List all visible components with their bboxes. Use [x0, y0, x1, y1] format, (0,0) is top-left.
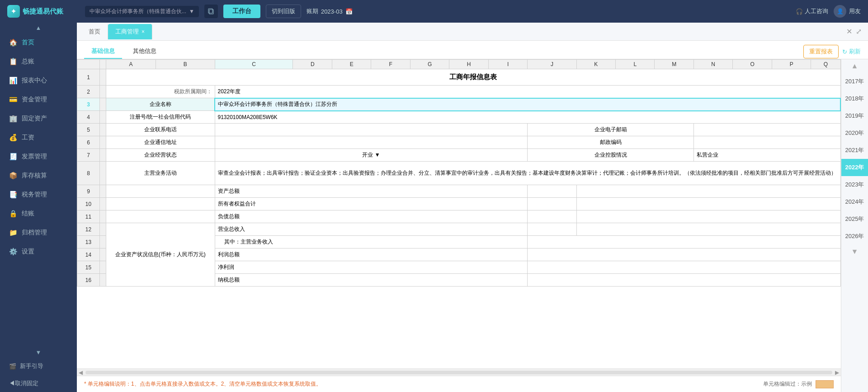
col-header-Q[interactable]: Q	[811, 60, 840, 69]
reg-value-cell[interactable]: 91320100MA208E5W6K	[215, 111, 840, 124]
liabilities-value-cell[interactable]	[528, 210, 576, 223]
old-version-button[interactable]: 切到旧版	[266, 5, 301, 18]
year-item-2024[interactable]: 2024年	[841, 193, 868, 210]
email-value-cell[interactable]	[693, 124, 840, 136]
copy-icon[interactable]	[204, 5, 218, 18]
sidebar-item-inventory[interactable]: 📦 库存核算	[0, 166, 77, 185]
sidebar-item-funds[interactable]: 💳 资金管理	[0, 90, 77, 109]
col-header-F[interactable]: F	[371, 60, 410, 69]
main-revenue-value-cell[interactable]	[528, 236, 840, 249]
scroll-track[interactable]	[85, 371, 832, 374]
sub-tab-basic-info[interactable]: 基础信息	[84, 44, 122, 59]
col-header-H[interactable]: H	[449, 60, 488, 69]
address-value-cell[interactable]	[215, 136, 528, 149]
row-num: 10	[77, 198, 100, 210]
col-header-A[interactable]: A	[106, 60, 156, 69]
phone-value-cell[interactable]	[215, 124, 528, 136]
year-item-2022[interactable]: 2022年	[841, 159, 868, 176]
equity-value-cell[interactable]	[528, 198, 576, 210]
sidebar-item-home[interactable]: 🏠 首页	[0, 33, 77, 52]
col-header-G[interactable]: G	[410, 60, 449, 69]
year-item-2026[interactable]: 2026年	[841, 228, 868, 245]
scroll-left-icon[interactable]: ◀	[79, 369, 83, 376]
col-header-C[interactable]: C	[215, 60, 293, 69]
tab-home[interactable]: 首页	[81, 24, 108, 39]
spreadsheet-container[interactable]: A B C D E F G H I J K L	[77, 59, 841, 368]
year-item-2018[interactable]: 2018年	[841, 90, 868, 107]
sidebar-item-close[interactable]: 🔒 结账	[0, 204, 77, 223]
sidebar-new-guide[interactable]: 🎬 新手引导	[0, 358, 77, 375]
sidebar-label-tax: 税务管理	[22, 191, 47, 199]
sidebar-scroll-down[interactable]: ▼	[0, 347, 77, 358]
row10-ext-cell[interactable]	[576, 198, 840, 210]
refresh-button[interactable]: ↻ 刷新	[842, 48, 861, 56]
year-item-2017[interactable]: 2017年	[841, 73, 868, 90]
tab-business-mgmt[interactable]: 工商管理 ×	[108, 24, 152, 39]
tax-total-value-cell[interactable]	[528, 274, 840, 287]
shareholding-value-cell[interactable]: 私营企业	[693, 149, 840, 162]
row12-ext-cell[interactable]	[576, 223, 840, 236]
sub-tab-other-info[interactable]: 其他信息	[126, 44, 164, 59]
sidebar-item-assets[interactable]: 🏢 固定资产	[0, 109, 77, 128]
close-all-tabs-button[interactable]: ✕	[844, 25, 854, 38]
col-header-D[interactable]: D	[293, 60, 332, 69]
row11-ext-cell[interactable]	[576, 210, 840, 223]
biz-status-value-cell[interactable]: 开业 ▼	[215, 149, 528, 162]
sidebar-label-home: 首页	[22, 38, 34, 47]
col-header-E[interactable]: E	[332, 60, 371, 69]
profit-label-cell: 利润总额	[215, 249, 528, 261]
year-item-2019[interactable]: 2019年	[841, 107, 868, 124]
sidebar-item-reports[interactable]: 📊 报表中心	[0, 71, 77, 90]
year-item-2025[interactable]: 2025年	[841, 210, 868, 228]
total-revenue-value-cell[interactable]	[528, 223, 576, 236]
year-panel-down-button[interactable]: ▼	[849, 245, 861, 258]
postal-value-cell[interactable]	[693, 136, 840, 149]
liabilities-label-cell: 负债总额	[215, 210, 528, 223]
sidebar-item-settings[interactable]: ⚙️ 设置	[0, 242, 77, 261]
year-item-2020[interactable]: 2020年	[841, 124, 868, 142]
year-panel-up-button[interactable]: ▲	[849, 59, 861, 73]
scroll-right-icon[interactable]: ▶	[835, 369, 839, 376]
workbench-button[interactable]: 工作台	[223, 5, 260, 18]
sub-tab-bar: 基础信息 其他信息 重置报表 ↻ 刷新	[77, 41, 868, 59]
sidebar-cancel-fix[interactable]: ◀取消固定	[0, 375, 77, 392]
tab-close-icon[interactable]: ×	[142, 29, 145, 35]
year-item-2021[interactable]: 2021年	[841, 142, 868, 159]
company-name-value-cell[interactable]: 中审众环会计师事务所（特殊普通合伙）江苏分所	[215, 98, 840, 111]
assets-total-value-cell[interactable]	[528, 185, 576, 198]
home-icon: 🏠	[9, 38, 17, 47]
row9-ext-cell[interactable]	[576, 185, 840, 198]
company-selector[interactable]: 中审众环会计师事务所（特殊普通合伙... ▼	[85, 6, 199, 17]
sidebar-scroll-up[interactable]: ▲	[0, 23, 77, 33]
main-biz-value-cell[interactable]: 审查企业会计报表；出具审计报告；验证企业资本；出具验资报告；办理企业合并、分立、…	[215, 162, 840, 185]
profit-value-cell[interactable]	[528, 249, 840, 261]
sidebar-item-ledger[interactable]: 📋 总账	[0, 52, 77, 71]
table-row: 6 企业通信地址 邮政编码	[77, 136, 841, 149]
year-item-2023[interactable]: 2023年	[841, 176, 868, 193]
status-right-area: 单元格编辑过：示例	[763, 380, 834, 388]
col-header-I[interactable]: I	[488, 60, 527, 69]
col-header-O[interactable]: O	[733, 60, 772, 69]
reset-report-button[interactable]: 重置报表	[803, 45, 839, 58]
col-header-K[interactable]: K	[576, 60, 615, 69]
sidebar-item-tax[interactable]: 📑 税务管理	[0, 185, 77, 204]
sidebar-item-archive[interactable]: 📁 归档管理	[0, 223, 77, 242]
calendar-icon[interactable]: 📅	[345, 8, 353, 15]
horizontal-scrollbar[interactable]: ◀ ▶	[77, 368, 841, 376]
col-header-B[interactable]: B	[156, 60, 215, 69]
sheet-title-cell[interactable]: 工商年报信息表	[106, 69, 841, 86]
sidebar-item-salary[interactable]: 💰 工资	[0, 128, 77, 147]
main-biz-label-cell: 主营业务活动	[106, 162, 215, 185]
net-profit-value-cell[interactable]	[528, 261, 840, 274]
sidebar-item-invoice[interactable]: 🧾 发票管理	[0, 147, 77, 166]
col-header-J[interactable]: J	[528, 60, 576, 69]
col-header-P[interactable]: P	[772, 60, 811, 69]
col-header-M[interactable]: M	[655, 60, 693, 69]
expand-button[interactable]: ⤢	[854, 25, 863, 38]
col-header-L[interactable]: L	[615, 60, 654, 69]
cell	[100, 111, 106, 124]
col-header-N[interactable]: N	[693, 60, 732, 69]
user-area[interactable]: 👤 用友	[834, 5, 861, 18]
period-value-cell[interactable]: 2022年度	[215, 86, 840, 98]
consult-button[interactable]: 🎧 人工咨询	[796, 7, 828, 15]
